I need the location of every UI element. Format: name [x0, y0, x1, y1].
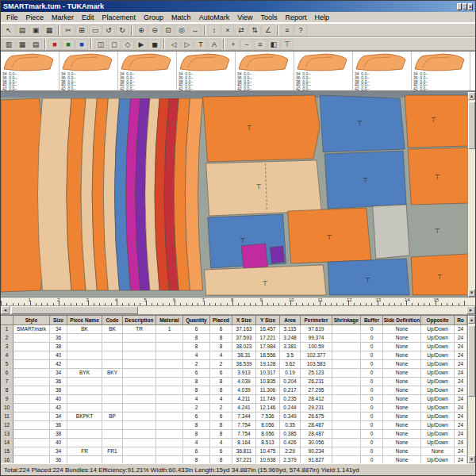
table-cell[interactable]	[332, 343, 361, 351]
table-cell[interactable]: 0	[361, 439, 383, 447]
table-cell[interactable]: 36	[50, 334, 67, 343]
table-cell[interactable]: 34	[50, 369, 67, 378]
table-cell[interactable]	[102, 351, 123, 360]
table-cell[interactable]: 18.556	[256, 351, 280, 360]
table-cell[interactable]: 8	[183, 430, 210, 439]
table-row[interactable]: 16368837.22110.9382.37991.8270NoneUp/Dow…	[1, 456, 475, 463]
piece-thumbnail[interactable]	[1, 52, 59, 72]
preview-piece-group[interactable]: 34 0.0--36 0.0--38 0.0--40 0.0--42 0.0--	[236, 52, 294, 90]
table-cell[interactable]: 0.35	[280, 421, 301, 430]
table-cell[interactable]	[67, 343, 102, 351]
table-cell[interactable]: 7.754	[232, 421, 256, 430]
table-cell[interactable]: 26.231	[301, 378, 332, 386]
table-row[interactable]: 1338887.7548.0560.38528.4870NoneUp/Down2…	[1, 430, 475, 439]
table-cell[interactable]	[156, 369, 183, 378]
table-cell[interactable]: 8	[210, 334, 232, 343]
table-cell[interactable]: 0	[361, 325, 383, 334]
table-cell[interactable]: 8.164	[232, 439, 256, 447]
table-cell[interactable]	[13, 447, 50, 456]
table-cell[interactable]: 103.583	[301, 360, 332, 369]
table-cell[interactable]: None	[383, 456, 421, 463]
table-cell[interactable]	[102, 439, 123, 447]
grain-line-icon[interactable]: ⊤	[281, 39, 294, 50]
table-cell[interactable]: 36	[50, 456, 67, 463]
table-cell[interactable]	[67, 421, 102, 430]
table-cell[interactable]: 7.754	[232, 430, 256, 439]
table-cell[interactable]: 30.056	[301, 439, 332, 447]
table-cell[interactable]: 99.374	[301, 334, 332, 343]
table-cell[interactable]	[332, 334, 361, 343]
table-cell[interactable]: 4.039	[232, 378, 256, 386]
table-cell[interactable]	[332, 421, 361, 430]
table-cell[interactable]: None	[383, 421, 421, 430]
table-cell[interactable]	[332, 413, 361, 421]
table-cell[interactable]	[67, 334, 102, 343]
table-row[interactable]: 1534FRFR16636.81110.4752.2990.2340NoneNo…	[1, 447, 475, 456]
table-cell[interactable]: 6	[210, 413, 232, 421]
table-cell[interactable]: 0	[361, 334, 383, 343]
menu-placement[interactable]: Placement	[98, 13, 140, 21]
table-cell[interactable]: 37.221	[232, 456, 256, 463]
table-cell[interactable]	[156, 343, 183, 351]
table-cell[interactable]	[67, 351, 102, 360]
table-cell[interactable]: 4.039	[232, 386, 256, 395]
print-icon[interactable]: ▦	[43, 25, 56, 36]
table-cell[interactable]: 24	[455, 456, 467, 463]
table-cell[interactable]: 2	[183, 360, 210, 369]
table-cell[interactable]: 28.412	[301, 395, 332, 404]
save-marker-icon[interactable]: ▣	[29, 25, 42, 36]
table-cell[interactable]	[102, 421, 123, 430]
table-cell[interactable]: 2.29	[280, 447, 301, 456]
table-cell[interactable]: 8	[183, 386, 210, 395]
cut-icon[interactable]: ✂	[62, 25, 75, 36]
piece-thumbnail[interactable]	[294, 52, 352, 72]
scroll-up-icon[interactable]: ▲	[468, 316, 475, 324]
table-cell[interactable]	[123, 360, 156, 369]
menu-view[interactable]: View	[233, 13, 256, 21]
table-cell[interactable]: 29.231	[301, 404, 332, 413]
table-vertical-scrollbar[interactable]: ▲ ▼	[467, 316, 475, 463]
table-cell[interactable]: 1	[156, 325, 183, 334]
table-cell[interactable]	[123, 439, 156, 447]
table-cell[interactable]: 24	[455, 343, 467, 351]
table-cell[interactable]: 4	[183, 351, 210, 360]
table-cell[interactable]: 24	[455, 447, 467, 456]
overlap-check-icon[interactable]: ◧	[267, 39, 280, 50]
table-cell[interactable]: None	[383, 395, 421, 404]
scroll-down-icon[interactable]: ▼	[468, 455, 475, 463]
table-cell[interactable]	[13, 413, 50, 421]
table-cell[interactable]: 40	[50, 351, 67, 360]
table-cell[interactable]: 3.115	[280, 325, 301, 334]
table-cell[interactable]: 38.31	[232, 351, 256, 360]
table-cell[interactable]: 4.241	[232, 404, 256, 413]
table-cell[interactable]	[332, 369, 361, 378]
table-cell[interactable]: BKPKT	[67, 413, 102, 421]
table-cell[interactable]: Up/Down	[421, 325, 455, 334]
table-cell[interactable]: None	[383, 378, 421, 386]
table-cell[interactable]: 24	[455, 360, 467, 369]
table-row[interactable]: 5422238.53919.1283.62103.5830NoneUp/Down…	[1, 360, 475, 369]
table-cell[interactable]: 24	[455, 351, 467, 360]
table-cell[interactable]: FR1	[102, 447, 123, 456]
table-cell[interactable]: 0	[361, 447, 383, 456]
table-cell[interactable]: 0.204	[280, 378, 301, 386]
table-cell[interactable]	[102, 456, 123, 463]
scroll-thumb[interactable]	[468, 325, 475, 397]
table-cell[interactable]: BYK	[67, 369, 102, 378]
table-cell[interactable]: 0	[361, 430, 383, 439]
match-icon[interactable]: ◇	[121, 39, 134, 50]
table-cell[interactable]: 19.128	[256, 360, 280, 369]
table-cell[interactable]	[13, 369, 50, 378]
table-cell[interactable]	[156, 351, 183, 360]
table-cell[interactable]: 38	[50, 386, 67, 395]
table-cell[interactable]: 24	[455, 378, 467, 386]
table-cell[interactable]: 10.835	[256, 378, 280, 386]
table-cell[interactable]: None	[383, 386, 421, 395]
table-row[interactable]: 940444.21111.7490.23528.4120NoneUp/Down2…	[1, 395, 475, 404]
table-cell[interactable]	[13, 439, 50, 447]
table-cell[interactable]	[123, 421, 156, 430]
pan-icon[interactable]: ↔	[189, 25, 202, 36]
table-cell[interactable]: 26.675	[301, 413, 332, 421]
table-cell[interactable]: Up/Down	[421, 378, 455, 386]
table-cell[interactable]: 8.056	[256, 430, 280, 439]
